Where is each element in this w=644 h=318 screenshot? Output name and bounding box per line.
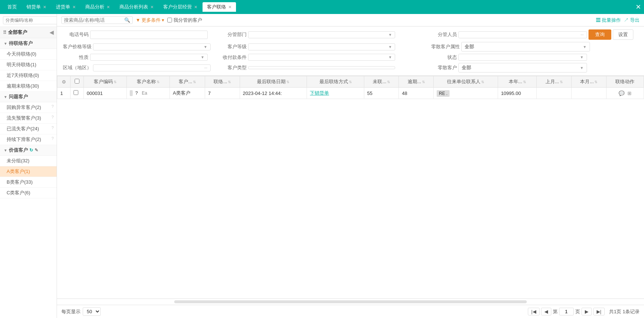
refresh-icon[interactable]: ↻ (29, 148, 33, 153)
nav-home[interactable]: 首页 (3, 2, 21, 12)
close-tab-salesorder[interactable]: ✕ (43, 5, 46, 9)
sort-icon-lastdate[interactable]: ⇅ (286, 80, 289, 84)
sort-icon-contacts[interactable]: ⇅ (228, 80, 231, 84)
select-all-checkbox[interactable] (75, 79, 79, 84)
edit-icon[interactable]: ✎ (35, 148, 38, 153)
retail-attr-select[interactable]: 全部▼ (461, 42, 590, 52)
person-select[interactable]: ··· (458, 31, 587, 38)
col-thisyear[interactable]: 本年...⇅ (498, 76, 537, 88)
first-page-btn[interactable]: |◀ (528, 308, 539, 315)
search-icon[interactable]: 🔍 (124, 17, 130, 23)
sidebar-item-classC[interactable]: C类客户(6) (0, 188, 57, 198)
per-page-select[interactable]: 50 (83, 307, 101, 316)
page-input[interactable] (559, 308, 574, 315)
status-select[interactable]: ▼ (458, 54, 587, 61)
window-close-button[interactable]: ✕ (636, 3, 641, 11)
sidebar-group-pending[interactable]: ▼ 待联络客户 (0, 38, 57, 49)
prev-page-btn[interactable]: ◀ (541, 308, 551, 315)
row-checkbox[interactable] (74, 90, 78, 95)
close-tab-productanalysis[interactable]: ✕ (107, 5, 110, 9)
col-checkbox[interactable] (71, 76, 84, 88)
filter-more-btn[interactable]: ▼ 更多条件 ▾ (136, 17, 164, 24)
query-button[interactable]: 查询 (588, 29, 611, 40)
sort-icon-level[interactable]: ⇅ (193, 80, 196, 84)
close-tab-purchaseorder[interactable]: ✕ (72, 5, 76, 9)
col-lastdate[interactable]: 最后联络日期⇅ (240, 76, 307, 88)
last-method-link[interactable]: 下销货单 (310, 90, 329, 96)
nav-tab-customersegment[interactable]: 客户分层经营✕ (159, 2, 202, 12)
cell-lastmethod[interactable]: 下销货单 (307, 88, 364, 99)
sidebar-item-churned[interactable]: 已流失客户(24) ? (0, 124, 57, 134)
col-level[interactable]: 客户...⇅ (170, 76, 205, 88)
close-tab-productanalysislist[interactable]: ✕ (150, 5, 154, 9)
sidebar-group-value[interactable]: ▼ 价值客户 ↻ ✎ (0, 145, 57, 156)
nav-tab-productanalysislist[interactable]: 商品分析列表✕ (115, 2, 158, 12)
sidebar-item-tomorrow[interactable]: 明天待联络(1) (0, 60, 57, 70)
close-tab-customersegment[interactable]: ✕ (194, 5, 197, 9)
nav-tab-productanalysis[interactable]: 商品分析✕ (81, 2, 114, 12)
search-input[interactable] (64, 17, 123, 23)
type-select[interactable] (248, 66, 395, 69)
next-page-btn[interactable]: ▶ (582, 308, 592, 315)
dept-select[interactable]: ▼ (248, 31, 395, 38)
sort-icon-lastmonth[interactable]: ⇅ (560, 80, 563, 84)
cell-actions[interactable]: 💬 ⊞ (606, 88, 644, 99)
batch-op-btn[interactable]: ☰ 批量操作 (596, 17, 621, 24)
sidebar-item-7days[interactable]: 近7天待联络(0) (0, 70, 57, 81)
sidebar-item-churn-warning[interactable]: 流失预警客户(3) ? (0, 113, 57, 124)
sort-icon-uncontacted[interactable]: ⇅ (387, 80, 390, 84)
nav-tab-purchaseorder[interactable]: 进货单✕ (51, 2, 80, 12)
my-customers-checkbox-wrap[interactable]: 我分管的客户 (167, 17, 202, 24)
col-name[interactable]: 客户名称⇅ (127, 76, 170, 88)
sidebar-search-input[interactable] (3, 16, 57, 24)
cell-checkbox[interactable] (71, 88, 84, 99)
col-code[interactable]: 客户编码⇅ (84, 76, 127, 88)
help-icon-2[interactable]: ? (51, 115, 54, 119)
horizontal-scrollbar[interactable] (174, 300, 526, 303)
retail2-select[interactable]: 全部▼ (458, 63, 587, 73)
col-lastmonth[interactable]: 上月...⇅ (537, 76, 572, 88)
cell-name[interactable]: ？ Ea (127, 88, 170, 99)
table-gear-icon[interactable]: ⚙ (62, 79, 66, 85)
col-overdue[interactable]: 逾期...⇅ (399, 76, 434, 88)
sidebar-item-overdue[interactable]: 逾期未联络(30) (0, 81, 57, 92)
nature-select[interactable]: ▼ (90, 54, 208, 61)
last-page-btn[interactable]: ▶| (593, 308, 605, 315)
sidebar-item-classA[interactable]: A类客户(1) (0, 166, 57, 177)
my-customers-checkbox[interactable] (167, 18, 172, 22)
col-gear[interactable]: ⚙ (57, 76, 71, 88)
close-tab-customercontact[interactable]: ✕ (228, 5, 232, 9)
customer-name[interactable]: ？ (134, 90, 139, 96)
sort-icon-name[interactable]: ⇅ (157, 80, 160, 84)
sort-icon-thismonth[interactable]: ⇅ (594, 80, 597, 84)
nav-tab-salesorder[interactable]: 销货单✕ (22, 2, 51, 12)
export-btn[interactable]: ↗ 导出 (624, 17, 640, 24)
scroll-bar-area[interactable] (57, 298, 644, 305)
action-qr-icon[interactable]: ⊞ (627, 91, 632, 96)
col-uncontacted[interactable]: 未联...⇅ (364, 76, 399, 88)
sort-icon-thisyear[interactable]: ⇅ (523, 80, 526, 84)
level-select[interactable]: ▼ (248, 43, 395, 50)
action-msg-icon[interactable]: 💬 (619, 91, 625, 96)
sort-icon-overdue[interactable]: ⇅ (422, 80, 425, 84)
price-level-select[interactable]: ▼ (93, 43, 211, 50)
area-select[interactable]: ··· (93, 64, 211, 71)
sidebar-item-repurchase-abnormal[interactable]: 回购异常客户(2) ? (0, 102, 57, 113)
phone-input[interactable] (90, 31, 208, 39)
col-thismonth[interactable]: 本月...⇅ (572, 76, 607, 88)
help-icon-1[interactable]: ? (51, 104, 54, 109)
sort-icon-contact-person[interactable]: ⇅ (481, 80, 484, 84)
sidebar-item-classB[interactable]: B类客户(33) (0, 177, 57, 188)
nav-tab-customercontact[interactable]: 客户联络✕ (203, 2, 236, 12)
sidebar-item-today[interactable]: 今天待联络(0) (0, 49, 57, 60)
sort-icon-lastmethod[interactable]: ⇅ (349, 80, 352, 84)
col-contact-person[interactable]: 往来单位联系人⇅ (434, 76, 498, 88)
all-customers-header[interactable]: ⠿ 全部客户 ◀ (0, 27, 57, 38)
sidebar-item-declining[interactable]: 持续下滑客户(2) ? (0, 134, 57, 145)
sort-icon-code[interactable]: ⇅ (114, 80, 117, 84)
col-lastmethod[interactable]: 最后联络方式⇅ (307, 76, 364, 88)
sidebar-item-ungrouped[interactable]: 未分组(32) (0, 156, 57, 166)
sidebar-group-problem[interactable]: ▼ 问题客户 (0, 92, 57, 102)
col-contacts[interactable]: 联络...⇅ (205, 76, 240, 88)
sidebar-collapse-btn[interactable]: ◀ (50, 29, 54, 35)
